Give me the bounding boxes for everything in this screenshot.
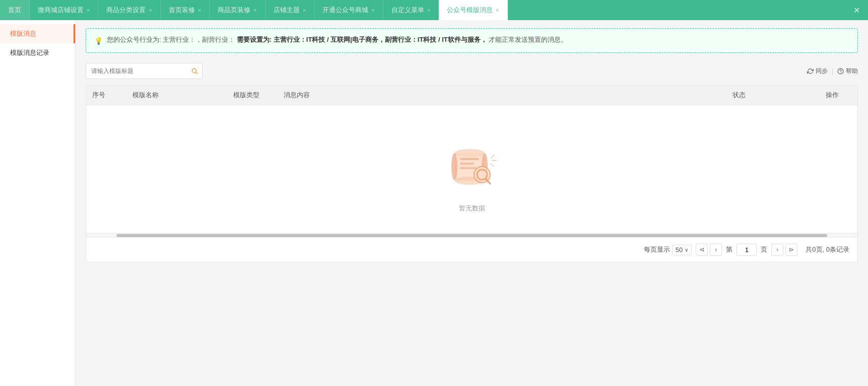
tab-close-store-theme[interactable]: ×: [303, 7, 306, 13]
page-size-value: 50: [676, 246, 683, 254]
pagination: 每页显示 50 ∨ ⊲ ‹ 第 页 › ⊳ 共0页, 0条记录: [86, 237, 857, 262]
tab-close-shop-settings[interactable]: ×: [87, 7, 90, 13]
horizontal-scrollbar[interactable]: [86, 233, 857, 237]
notice-text: 您的公众号行业为: 主营行业：，副营行业： 需要设置为: 主营行业：IT科技 /…: [107, 35, 567, 45]
tab-shop-settings[interactable]: 微商城店铺设置 ×: [30, 0, 98, 20]
sync-button[interactable]: 同步: [807, 67, 828, 75]
page-label: 第: [726, 245, 732, 254]
page-size-label: 每页显示: [644, 245, 670, 254]
col-header-type: 模版类型: [227, 86, 278, 105]
tab-close-product-decoration[interactable]: ×: [253, 7, 256, 13]
tab-label-shop-settings: 微商城店铺设置: [38, 6, 84, 15]
empty-illustration: [442, 135, 502, 196]
tab-close-open-mall[interactable]: ×: [371, 7, 374, 13]
data-table: 序号 模版名称 模版类型 消息内容 状态 操作: [86, 85, 858, 262]
tab-product-decoration[interactable]: 商品页装修 ×: [210, 0, 265, 20]
divider: |: [832, 67, 833, 74]
scrollbar-thumb[interactable]: [116, 234, 827, 237]
col-header-name: 模版名称: [126, 86, 227, 105]
col-header-seq: 序号: [86, 86, 126, 105]
tab-label-store-theme: 店铺主题: [274, 6, 300, 15]
search-right: 同步 | 帮助: [807, 67, 858, 75]
help-button[interactable]: 帮助: [837, 67, 858, 75]
svg-point-7: [451, 153, 457, 180]
tab-bar: 首页微商城店铺设置 ×商品分类设置 ×首页装修 ×商品页装修 ×店铺主题 ×开通…: [0, 0, 868, 20]
table-header: 序号 模版名称 模版类型 消息内容 状态 操作: [86, 86, 857, 105]
col-header-action: 操作: [807, 86, 857, 105]
svg-rect-10: [460, 163, 474, 165]
bulb-icon: 💡: [94, 35, 103, 46]
tab-label-home: 首页: [8, 6, 21, 15]
search-bar: 同步 | 帮助: [86, 63, 858, 79]
notice-banner: 💡 您的公众号行业为: 主营行业：，副营行业： 需要设置为: 主营行业：IT科技…: [86, 28, 858, 53]
tab-close-category-settings[interactable]: ×: [149, 7, 152, 13]
tab-label-custom-menu: 自定义菜单: [391, 6, 424, 15]
last-page-button[interactable]: ⊳: [785, 244, 797, 256]
tab-home[interactable]: 首页: [0, 0, 30, 20]
sidebar-item-template-record[interactable]: 模版消息记录: [0, 43, 75, 62]
page-nav: ⊲ ‹ 第 页 › ⊳: [696, 244, 797, 256]
sidebar: 模版消息模版消息记录: [0, 20, 76, 386]
chevron-down-icon: ∨: [685, 247, 688, 253]
content-area: 💡 您的公众号行业为: 主营行业：，副营行业： 需要设置为: 主营行业：IT科技…: [76, 20, 868, 386]
sync-icon: [807, 68, 814, 74]
svg-line-17: [490, 164, 494, 166]
search-input[interactable]: [86, 63, 186, 79]
tab-close-template-msg[interactable]: ×: [496, 7, 499, 13]
svg-line-15: [491, 155, 494, 158]
svg-rect-11: [460, 167, 477, 169]
col-header-status: 状态: [726, 86, 807, 105]
tab-bar-close-button[interactable]: ✕: [845, 6, 868, 15]
tab-label-product-decoration: 商品页装修: [218, 6, 250, 15]
tab-label-category-settings: 商品分类设置: [106, 6, 146, 15]
svg-line-1: [195, 72, 197, 74]
first-page-button[interactable]: ⊲: [696, 244, 708, 256]
help-icon: [837, 68, 844, 74]
prev-page-button[interactable]: ‹: [710, 244, 722, 256]
page-unit: 页: [761, 245, 767, 254]
search-icon: [191, 67, 198, 74]
page-size-select: 每页显示 50 ∨: [644, 245, 692, 255]
page-number-input[interactable]: [737, 244, 757, 256]
tab-label-home-decoration: 首页装修: [169, 6, 195, 15]
tab-category-settings[interactable]: 商品分类设置 ×: [98, 0, 160, 20]
tab-label-template-msg: 公众号模版消息: [447, 6, 493, 15]
main-layout: 模版消息模版消息记录 💡 您的公众号行业为: 主营行业：，副营行业： 需要设置为…: [0, 20, 868, 386]
tab-open-mall[interactable]: 开通公众号商城 ×: [314, 0, 383, 20]
empty-text: 暂无数据: [459, 204, 485, 213]
tab-close-home-decoration[interactable]: ×: [198, 7, 201, 13]
tab-home-decoration[interactable]: 首页装修 ×: [161, 0, 210, 20]
sidebar-item-template-message[interactable]: 模版消息: [0, 24, 75, 43]
tab-store-theme[interactable]: 店铺主题 ×: [265, 0, 314, 20]
page-total: 共0页, 0条记录: [806, 245, 849, 254]
tab-close-custom-menu[interactable]: ×: [427, 7, 430, 13]
svg-rect-9: [460, 158, 479, 160]
tab-custom-menu[interactable]: 自定义菜单 ×: [383, 0, 439, 20]
empty-state: 暂无数据: [86, 105, 857, 233]
col-header-content: 消息内容: [278, 86, 726, 105]
tab-template-msg[interactable]: 公众号模版消息 ×: [439, 0, 507, 20]
tab-label-open-mall: 开通公众号商城: [322, 6, 368, 15]
search-left: [86, 63, 203, 79]
search-button[interactable]: [186, 63, 203, 79]
page-size-box[interactable]: 50 ∨: [672, 245, 692, 255]
next-page-button[interactable]: ›: [771, 244, 783, 256]
